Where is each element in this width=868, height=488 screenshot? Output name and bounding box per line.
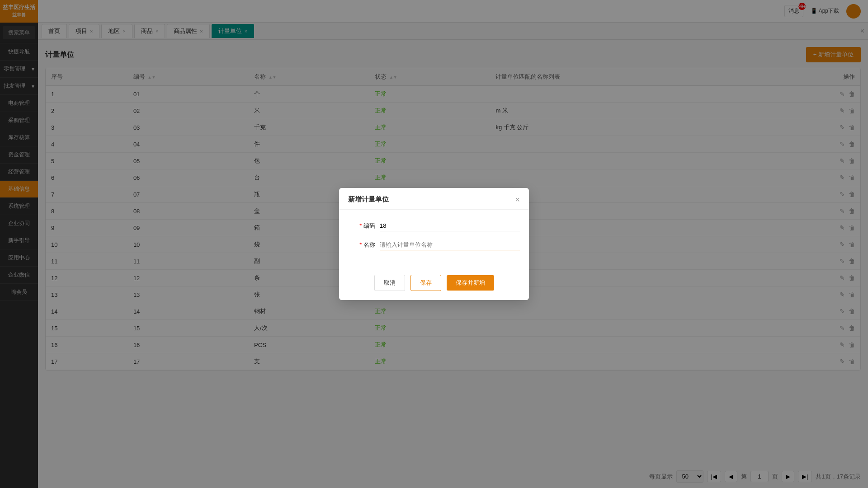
modal-close-button[interactable]: × [515,196,520,204]
modal-header: 新增计量单位 × [339,188,529,210]
cancel-button[interactable]: 取消 [374,275,405,291]
save-button[interactable]: 保存 [410,275,441,291]
name-label: * 名称 [348,241,375,249]
form-row-code: * 编码 [348,221,520,231]
modal-footer: 取消 保存 保存并新增 [339,269,529,300]
save-and-new-button[interactable]: 保存并新增 [447,275,494,291]
code-input[interactable] [380,221,520,231]
form-row-name: * 名称 [348,239,520,250]
modal-overlay[interactable]: 新增计量单位 × * 编码 * 名称 取消 保存 保存并新增 [0,0,868,488]
code-label: * 编码 [348,222,375,230]
modal-body: * 编码 * 名称 [339,210,529,269]
modal-title: 新增计量单位 [348,195,389,204]
add-unit-modal: 新增计量单位 × * 编码 * 名称 取消 保存 保存并新增 [339,188,529,300]
name-input[interactable] [380,239,520,250]
